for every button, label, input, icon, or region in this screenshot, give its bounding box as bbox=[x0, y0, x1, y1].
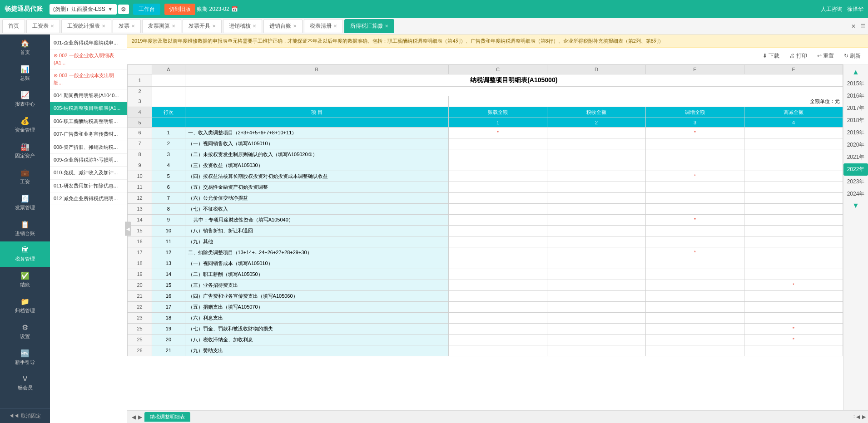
old-version-btn[interactable]: 切到旧版 bbox=[164, 4, 195, 15]
table-row[interactable]: 7 2 （一）视同销售收入（填写A105010） bbox=[128, 138, 843, 149]
tab-ledger[interactable]: 进销台账✕ bbox=[263, 19, 303, 33]
toolbar: ⬇ 下载 🖨 打印 ↩ 重置 ↻ 刷新 bbox=[127, 48, 868, 64]
form-list-item-002[interactable]: ⊗ 002-一般企业收入明细表(A1... bbox=[50, 49, 127, 69]
refresh-btn[interactable]: ↻ 刷新 bbox=[841, 51, 863, 61]
tab-income-tax[interactable]: 所得税汇算缴✕ bbox=[344, 19, 394, 33]
company-settings-btn[interactable]: ⚙ bbox=[118, 5, 129, 14]
table-row[interactable]: 12 7 （六）公允价值变动净损益 bbox=[128, 192, 843, 203]
year-item-2022[interactable]: 2022年 bbox=[843, 163, 868, 176]
year-item-2024[interactable]: 2024年 bbox=[843, 188, 868, 200]
user-service-btn[interactable]: 人工咨询 bbox=[821, 5, 843, 13]
tab-invoice[interactable]: 发票✕ bbox=[113, 19, 141, 33]
table-row[interactable]: 20 15 （三）业务招待费支出 * bbox=[128, 280, 843, 290]
sidebar-item-guide[interactable]: 🆕 新手引导 bbox=[0, 344, 50, 370]
year-item-2018[interactable]: 2018年 bbox=[843, 114, 868, 127]
tab-invoice-close[interactable]: ✕ bbox=[131, 24, 135, 29]
table-unit: 全额单位：元 bbox=[449, 96, 843, 107]
tab-home[interactable]: 首页 bbox=[2, 19, 25, 33]
spreadsheet-wrapper[interactable]: A B C D E F 1 纳税调整项目明细表(A105000) bbox=[127, 64, 843, 411]
year-nav-down[interactable]: ▼ bbox=[851, 200, 861, 211]
table-row[interactable]: 10 5 （四）按权益法核算长期股权投资对初始投资成本调整确认收益 * bbox=[128, 171, 843, 182]
sidebar-unpin-btn[interactable]: ◀◀ 取消固定 bbox=[0, 408, 50, 423]
form-list-item-009[interactable]: 009-企业所得税弥补亏损明... bbox=[50, 154, 127, 167]
download-btn[interactable]: ⬇ 下载 bbox=[760, 51, 782, 61]
scroll-left-arrow[interactable]: ◀ bbox=[132, 414, 136, 420]
tab-invoice-calc[interactable]: 发票测算✕ bbox=[142, 19, 181, 33]
company-selector[interactable]: (勿删）江西股金-LSS ▼ bbox=[50, 4, 117, 15]
form-list-item-012[interactable]: 012-减免企业所得税优惠明... bbox=[50, 192, 127, 205]
table-row[interactable]: 13 8 （七）不征税收入 bbox=[128, 203, 843, 214]
table-row[interactable]: 17 12 二、扣除类调整项目（13+14+...24+26+27+28+29+… bbox=[128, 247, 843, 258]
table-row[interactable]: 21 16 （四）广告费和业务宣传费支出（填写A105060） bbox=[128, 290, 843, 301]
year-item-2019[interactable]: 2019年 bbox=[843, 127, 868, 139]
sidebar-item-payroll[interactable]: 💼 工资 bbox=[0, 164, 50, 190]
form-list-item-007[interactable]: 007-广告费和业务宣传费时... bbox=[50, 128, 127, 141]
sidebar-item-purchase[interactable]: 📋 进销台账 bbox=[0, 216, 50, 241]
form-list-collapse-btn[interactable]: ◀ bbox=[125, 222, 131, 236]
tab-ledger-close[interactable]: ✕ bbox=[293, 24, 297, 29]
print-btn[interactable]: 🖨 打印 bbox=[787, 51, 810, 61]
table-row[interactable]: 16 11 （九）其他 bbox=[128, 236, 843, 247]
tab-payroll[interactable]: 工资表✕ bbox=[26, 19, 60, 33]
sidebar-item-home[interactable]: 🏠 首页 bbox=[0, 34, 50, 60]
scroll-right-arrow[interactable]: ▶ bbox=[138, 414, 142, 420]
sidebar-item-tax[interactable]: 🏛 税务管理 bbox=[0, 241, 50, 267]
table-row[interactable]: 9 4 （三）投资收益（填写A105030） bbox=[128, 160, 843, 171]
form-list-item-005[interactable]: 005-纳税调整项目明细表(A1... bbox=[50, 102, 127, 115]
table-row[interactable]: 25 20 （八）税收滞纳金、加收利息 * bbox=[128, 334, 843, 345]
table-row[interactable]: 22 17 （五）捐赠支出（填写A105070） bbox=[128, 301, 843, 312]
sidebar-item-invoice[interactable]: 🧾 发票管理 bbox=[0, 190, 50, 216]
form-list-item-003[interactable]: ⊗ 003-一般企业成本支出明细... bbox=[50, 69, 127, 89]
table-row[interactable]: 26 21 （九）赞助支出 bbox=[128, 345, 843, 356]
sidebar-item-ledger[interactable]: 📊 总账 bbox=[0, 60, 50, 86]
tab-income-tax-close[interactable]: ✕ bbox=[385, 24, 388, 29]
table-row[interactable]: 11 6 （五）交易性金融资产初始投资调整 bbox=[128, 182, 843, 192]
table-row[interactable]: 19 14 （二）职工薪酬（填写A105050） bbox=[128, 269, 843, 280]
form-list-item-004[interactable]: 004-期间费用明细表(A1040... bbox=[50, 89, 127, 102]
year-item-2016[interactable]: 2016年 bbox=[843, 90, 868, 102]
form-list-item-008[interactable]: 008-资产折旧、摊销及纳税... bbox=[50, 141, 127, 154]
tab-tax-list[interactable]: 税表清册✕ bbox=[304, 19, 343, 33]
tab-check[interactable]: 进销稽核✕ bbox=[223, 19, 262, 33]
tab-payroll-report[interactable]: 工资统计报表✕ bbox=[61, 19, 111, 33]
form-list-item-001[interactable]: 001-企业所得税年度纳税申... bbox=[50, 37, 127, 49]
close-all-tabs[interactable]: ✕ bbox=[848, 21, 858, 31]
horizontal-scroll-right[interactable]: ▶ bbox=[862, 414, 866, 420]
sidebar-item-checkout[interactable]: ✅ 结账 bbox=[0, 267, 50, 293]
tab-check-close[interactable]: ✕ bbox=[253, 24, 256, 29]
reset-btn[interactable]: ↩ 重置 bbox=[814, 51, 837, 61]
table-row[interactable]: 14 9 其中：专项用途财政性资金（填写A105040） * bbox=[128, 214, 843, 225]
tab-invoice-issue-close[interactable]: ✕ bbox=[212, 24, 216, 29]
tab-menu-btn[interactable]: ☰ bbox=[861, 23, 866, 30]
form-list-item-011[interactable]: 011-研发费用加计扣除优惠... bbox=[50, 180, 127, 192]
year-nav-up[interactable]: ▲ bbox=[851, 67, 861, 78]
tab-payroll-close[interactable]: ✕ bbox=[50, 24, 54, 29]
year-item-2021[interactable]: 2021年 bbox=[843, 151, 868, 163]
sidebar-item-report[interactable]: 📈 报表中心 bbox=[0, 86, 50, 112]
sidebar-item-asset[interactable]: 💰 资金管理 bbox=[0, 112, 50, 138]
table-row[interactable]: 8 3 （二）未按权责发生制原则确认的收入（填写A105020①） bbox=[128, 149, 843, 160]
tab-invoice-calc-close[interactable]: ✕ bbox=[172, 24, 175, 29]
sidebar-item-fixed[interactable]: 🏭 固定资产 bbox=[0, 138, 50, 164]
tab-invoice-issue[interactable]: 发票开具✕ bbox=[183, 19, 222, 33]
user-name[interactable]: 徐泽华 bbox=[847, 5, 863, 13]
table-row[interactable]: 18 13 （一）视同销售成本（填写A105010） bbox=[128, 258, 843, 269]
sidebar-item-archive[interactable]: 📁 归档管理 bbox=[0, 293, 50, 319]
form-list-item-010[interactable]: 010-免税、减计收入及加计... bbox=[50, 167, 127, 179]
year-item-2020[interactable]: 2020年 bbox=[843, 139, 868, 151]
sidebar-item-settings[interactable]: ⚙ 设置 bbox=[0, 319, 50, 344]
tab-tax-list-close[interactable]: ✕ bbox=[333, 24, 337, 29]
year-item-2015[interactable]: 2015年 bbox=[843, 78, 868, 90]
table-row[interactable]: 23 18 （六）利息支出 bbox=[128, 312, 843, 323]
workbench-btn[interactable]: 工作台 bbox=[133, 4, 160, 15]
table-row[interactable]: 25 19 （七）罚金、罚款和被没收财物的损失 * bbox=[128, 323, 843, 334]
tab-payroll-report-close[interactable]: ✕ bbox=[102, 24, 105, 29]
table-row[interactable]: 6 1 一、收入类调整项目（2+3+4+5+6+7+8+10+11） * * bbox=[128, 127, 843, 138]
table-row[interactable]: 15 10 （八）销售折扣、折让和退回 bbox=[128, 225, 843, 236]
bottom-tab-adjust[interactable]: 纳税调整明细表 bbox=[144, 412, 190, 422]
fixed-icon: 🏭 bbox=[20, 143, 30, 151]
year-item-2023[interactable]: 2023年 bbox=[843, 176, 868, 188]
sidebar-item-vip[interactable]: V 畅会员 bbox=[0, 370, 50, 396]
year-item-2017[interactable]: 2017年 bbox=[843, 102, 868, 114]
form-list-item-006[interactable]: 006-职工薪酬纳税调整明细... bbox=[50, 115, 127, 128]
